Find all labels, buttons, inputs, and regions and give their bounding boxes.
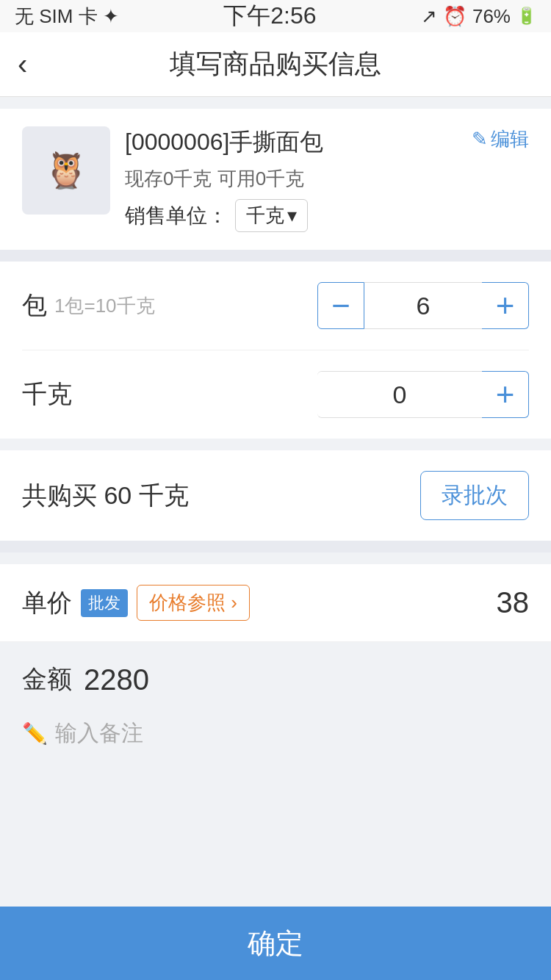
nav-bar: ‹ 填写商品购买信息 xyxy=(0,32,551,97)
price-label: 单价 xyxy=(22,586,72,620)
total-row: 共购买 60 千克 录批次 xyxy=(0,450,551,541)
amount-row: 金额 2280 xyxy=(22,663,529,696)
page-title: 填写商品购买信息 xyxy=(170,46,381,82)
battery-label: 76% xyxy=(472,5,511,28)
divider-1 xyxy=(0,250,551,262)
amount-value: 2280 xyxy=(84,663,149,696)
bag-input-control: − + xyxy=(317,282,529,329)
product-logo: 🦉 xyxy=(44,150,88,191)
amount-section: 金额 2280 ✏️ 输入备注 xyxy=(0,642,551,756)
status-bar: 无 SIM 卡 ✦ 下午2:56 ↗ ⏰ 76% 🔋 xyxy=(0,0,551,32)
chevron-down-icon: ▾ xyxy=(287,204,297,227)
confirm-button[interactable]: 确定 xyxy=(0,907,551,980)
product-card-right: ✎ 编辑 xyxy=(472,126,529,152)
total-label: 共购买 60 千克 xyxy=(22,479,189,513)
bag-input-row: 包 1包=10千克 − + xyxy=(22,262,529,350)
status-time: 下午2:56 xyxy=(223,0,316,32)
price-row: 单价 批发 价格参照 › 38 xyxy=(22,585,529,621)
product-unit-row: 销售单位： 千克 ▾ xyxy=(125,199,457,232)
alarm-icon: ⏰ xyxy=(443,5,467,28)
back-button[interactable]: ‹ xyxy=(18,48,27,81)
bag-label: 包 xyxy=(22,289,47,323)
bag-decrement-button[interactable]: − xyxy=(317,282,364,329)
product-stock: 现存0千克 可用0千克 xyxy=(125,166,457,192)
bag-hint: 1包=10千克 xyxy=(54,293,155,319)
no-sim-label: 无 SIM 卡 ✦ xyxy=(15,4,119,29)
price-reference-button[interactable]: 价格参照 › xyxy=(137,585,250,621)
amount-label: 金额 xyxy=(22,663,72,696)
edit-button[interactable]: ✎ 编辑 xyxy=(472,126,529,152)
price-section: 单价 批发 价格参照 › 38 xyxy=(0,564,551,642)
location-icon: ↗ xyxy=(421,5,437,28)
kg-label: 千克 xyxy=(22,378,72,411)
product-name: [0000006]手撕面包 xyxy=(125,126,457,159)
batch-button[interactable]: 录批次 xyxy=(420,471,529,520)
pencil-icon: ✏️ xyxy=(22,721,48,746)
status-right: ↗ ⏰ 76% 🔋 xyxy=(421,5,536,28)
divider-2 xyxy=(0,541,551,552)
kg-input-control: + xyxy=(317,371,529,418)
input-section: 包 1包=10千克 − + 千克 + xyxy=(0,262,551,439)
remark-placeholder: 输入备注 xyxy=(55,718,143,749)
bag-quantity-input[interactable] xyxy=(364,282,482,329)
price-left: 单价 批发 价格参照 › xyxy=(22,585,250,621)
kg-quantity-input[interactable] xyxy=(317,371,482,418)
batch-tag: 批发 xyxy=(81,589,128,617)
product-thumbnail: 🦉 xyxy=(22,126,110,215)
product-card: 🦉 [0000006]手撕面包 现存0千克 可用0千克 销售单位： 千克 ▾ ✎… xyxy=(0,109,551,250)
bag-increment-button[interactable]: + xyxy=(482,282,529,329)
kg-increment-button[interactable]: + xyxy=(482,371,529,418)
unit-label: 销售单位： xyxy=(125,202,228,230)
edit-icon: ✎ xyxy=(472,128,488,151)
unit-select[interactable]: 千克 ▾ xyxy=(235,199,308,232)
remark-row[interactable]: ✏️ 输入备注 xyxy=(22,711,529,756)
price-value: 38 xyxy=(497,586,530,619)
battery-icon: 🔋 xyxy=(516,7,536,26)
status-left: 无 SIM 卡 ✦ xyxy=(15,4,119,29)
kg-input-row: 千克 + xyxy=(22,350,529,439)
product-info: [0000006]手撕面包 现存0千克 可用0千克 销售单位： 千克 ▾ xyxy=(125,126,457,232)
